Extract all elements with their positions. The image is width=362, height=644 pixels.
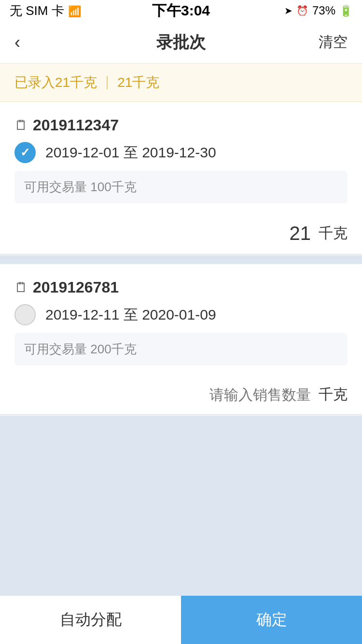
status-time: 下午3:04	[152, 1, 210, 21]
background-area	[0, 416, 362, 599]
batch-1-radio[interactable]	[14, 142, 36, 163]
batch-2-qty-input[interactable]	[14, 387, 311, 403]
batch-2-unit: 千克	[319, 385, 348, 405]
summary-divider	[107, 76, 108, 89]
batch-2-card: 🗒 2019126781 2019-12-11 至 2020-01-09 可用交…	[0, 264, 362, 415]
batch-1-unit: 千克	[319, 224, 348, 243]
battery-text: 73%	[312, 4, 335, 17]
batch-1-icon: 🗒	[14, 117, 28, 133]
bottom-bar: 自动分配 确定	[0, 596, 362, 644]
batch-1-number: 2019112347	[33, 116, 119, 134]
batch-1-header: 🗒 2019112347	[14, 116, 348, 134]
batch-2-date-range: 2019-12-11 至 2020-01-09	[45, 305, 216, 325]
summary-label: 已录入21千克	[14, 73, 97, 92]
batch-2-input-row[interactable]: 千克	[0, 375, 362, 415]
confirm-button[interactable]: 确定	[181, 596, 362, 644]
batch-2-number: 2019126781	[33, 279, 119, 296]
batch-1-date-range: 2019-12-01 至 2019-12-30	[45, 143, 216, 163]
batch-2-select-row: 2019-12-11 至 2020-01-09	[14, 304, 348, 325]
batch-1-avail: 可用交易量 100千克	[14, 171, 348, 203]
batch-2-icon: 🗒	[14, 280, 28, 295]
batch-1-select-row: 2019-12-01 至 2019-12-30	[14, 142, 348, 163]
batch-2-avail: 可用交易量 200千克	[14, 333, 348, 365]
batch-2-header: 🗒 2019126781	[14, 279, 348, 296]
batch-1-amount-row: 21 千克	[0, 213, 362, 254]
batch-1-card: 🗒 2019112347 2019-12-01 至 2019-12-30 可用交…	[0, 102, 362, 254]
battery-icon	[339, 4, 352, 17]
status-bar: 无 SIM 卡 下午3:04 ➤ ⏰ 73%	[0, 0, 362, 21]
section-gap-1	[0, 255, 362, 264]
back-button[interactable]: ‹	[14, 32, 43, 53]
clear-button[interactable]: 清空	[319, 32, 348, 52]
summary-amount: 21千克	[117, 73, 159, 92]
sim-label: 无 SIM 卡	[10, 2, 64, 19]
nav-bar: ‹ 录批次 清空	[0, 21, 362, 64]
batch-1-quantity-value: 21	[290, 223, 311, 244]
summary-banner: 已录入21千克 21千克	[0, 64, 362, 102]
auto-assign-button[interactable]: 自动分配	[0, 596, 181, 644]
arrow-icon: ➤	[284, 5, 292, 16]
page-title: 录批次	[156, 31, 206, 54]
wifi-icon	[68, 3, 81, 18]
clock-icon: ⏰	[296, 5, 308, 16]
batch-2-radio[interactable]	[14, 304, 36, 325]
